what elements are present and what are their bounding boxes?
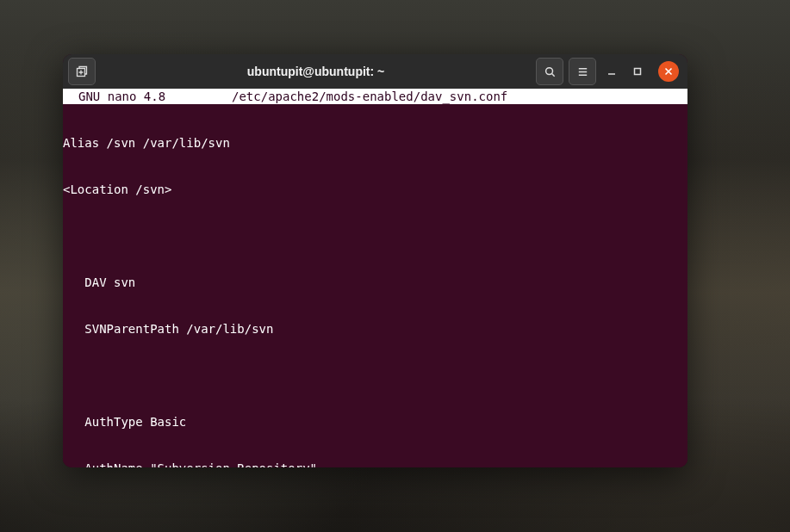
desktop-background: ubuntupit@ubuntupit: ~ — [0, 0, 790, 532]
menu-button[interactable] — [569, 58, 596, 85]
editor-line: SVNParentPath /var/lib/svn — [63, 321, 687, 337]
editor-line — [63, 228, 687, 244]
editor-content[interactable]: Alias /svn /var/lib/svn <Location /svn> … — [63, 104, 687, 467]
editor-line: Alias /svn /var/lib/svn — [63, 135, 687, 151]
editor-line: AuthType Basic — [63, 414, 687, 430]
editor-line: <Location /svn> — [63, 182, 687, 197]
new-tab-button[interactable] — [68, 58, 96, 85]
maximize-button[interactable] — [627, 61, 648, 82]
minimize-button[interactable] — [601, 61, 622, 82]
nano-header-bar: GNU nano 4.8 /etc/apache2/mods-enabled/d… — [63, 89, 687, 104]
search-button[interactable] — [536, 58, 563, 85]
scrollbar-indicator — [682, 89, 687, 104]
close-button[interactable] — [658, 61, 679, 82]
nano-app-name: GNU nano 4.8 — [63, 89, 232, 104]
editor-line: AuthName "Subversion Repository" — [63, 461, 687, 467]
window-titlebar[interactable]: ubuntupit@ubuntupit: ~ — [63, 54, 687, 89]
svg-line-4 — [551, 73, 554, 76]
window-title: ubuntupit@ubuntupit: ~ — [96, 65, 536, 78]
nano-file-path: /etc/apache2/mods-enabled/dav_svn.conf — [232, 89, 507, 104]
editor-line — [63, 368, 687, 383]
svg-point-3 — [545, 67, 552, 74]
svg-rect-9 — [635, 69, 641, 75]
terminal-window: ubuntupit@ubuntupit: ~ — [63, 54, 687, 467]
editor-line: DAV svn — [63, 275, 687, 290]
terminal-body[interactable]: GNU nano 4.8 /etc/apache2/mods-enabled/d… — [63, 89, 687, 467]
